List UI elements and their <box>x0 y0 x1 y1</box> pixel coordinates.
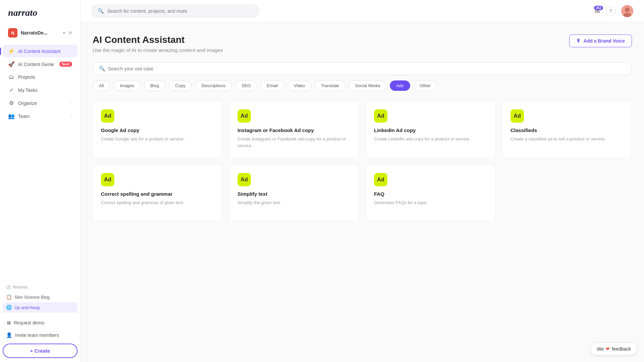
notification-badge: 262 <box>594 6 603 10</box>
filter-tag-other[interactable]: Other <box>414 80 437 91</box>
nav-item-projects[interactable]: 🗂 Projects <box>3 71 77 83</box>
search-icon: 🔍 <box>98 8 104 14</box>
card-description: Simplify the given text. <box>237 199 351 206</box>
page-header-row: AI Content Assistant Use the magic of AI… <box>93 35 632 53</box>
card-faq[interactable]: Ad FAQ Generates FAQs for a topic. <box>366 165 495 222</box>
workspace-settings-icon[interactable]: ⚙ <box>68 31 72 35</box>
recent-label: Up and Away <box>14 305 40 310</box>
page-content: AI Content Assistant Use the magic of AI… <box>80 22 644 234</box>
recent-label: Skin Science Blog <box>14 295 50 300</box>
nav-item-ai-content-genie[interactable]: 🚀 AI Content Genie New! <box>3 58 77 70</box>
page-title-area: AI Content Assistant Use the magic of AI… <box>93 35 223 53</box>
card-icon: Ad <box>237 173 251 186</box>
filter-tag-ads[interactable]: Ads <box>390 80 410 91</box>
logo-area: narrato <box>0 0 80 24</box>
card-title: FAQ <box>374 191 487 197</box>
card-instagram-facebook-ad[interactable]: Ad Instagram or Facebook Ad copy Create … <box>229 101 359 158</box>
card-description: Correct spelling and grammar of given te… <box>101 199 214 206</box>
top-header: 🔍 ✉ 262 ? <box>80 0 644 22</box>
workspace-name: NarratoDe... <box>21 30 60 36</box>
card-icon: Ad <box>374 173 387 186</box>
usecase-search-bar[interactable]: 🔍 <box>93 62 632 75</box>
recents-header: 🕐 Recents <box>3 283 77 292</box>
filter-tag-social-media[interactable]: Social Media <box>349 80 386 91</box>
global-search-input[interactable] <box>107 8 253 14</box>
card-description: Create Instagram or Facebook ads copy fo… <box>237 136 351 149</box>
filter-tag-seo[interactable]: SEO <box>235 80 257 91</box>
create-button[interactable]: + Create <box>3 344 77 358</box>
card-simplify-text[interactable]: Ad Simplify text Simplify the given text… <box>229 165 359 222</box>
card-description: Create a classified ad to sell a product… <box>511 136 624 142</box>
recents-section: 🕐 Recents 📋 Skin Science Blog 🌐 Up and A… <box>0 280 80 313</box>
filter-tag-blog[interactable]: Blog <box>144 80 165 91</box>
feedback-suffix-label: feedback <box>612 346 631 352</box>
card-title: Instagram or Facebook Ad copy <box>237 127 351 133</box>
organize-icon: ⚙ <box>8 100 15 106</box>
card-icon: Ad <box>101 109 114 123</box>
team-icon: 👥 <box>8 113 15 119</box>
card-description: Create Google ads for a product or servi… <box>101 136 214 142</box>
nav-item-my-tasks[interactable]: ✓ My Tasks <box>3 84 77 96</box>
filter-tag-descriptions[interactable]: Descriptions <box>195 80 232 91</box>
card-description: Create LinkedIn ads copy for a product o… <box>374 136 487 142</box>
filter-tag-email[interactable]: Email <box>260 80 284 91</box>
cards-grid: Ad Google Ad copy Create Google ads for … <box>93 101 632 222</box>
add-brand-voice-label: Add a Brand Voice <box>584 38 625 44</box>
globe-icon: 🌐 <box>6 305 12 310</box>
card-title: Google Ad copy <box>101 127 214 133</box>
card-title: LinkedIn Ad copy <box>374 127 487 133</box>
card-icon: Ad <box>511 109 524 123</box>
lightning-icon: ⚡ <box>8 48 15 54</box>
card-icon: Ad <box>374 109 387 123</box>
filter-tag-video[interactable]: Video <box>287 80 311 91</box>
card-linkedin-ad-copy[interactable]: Ad LinkedIn Ad copy Create LinkedIn ads … <box>366 101 495 158</box>
card-title: Correct spelling and grammar <box>101 191 214 197</box>
request-demo-link[interactable]: 🖥 Request demo <box>3 317 77 328</box>
help-button[interactable]: ? <box>606 6 616 16</box>
person-plus-icon: 👤 <box>6 332 12 338</box>
mic-icon: 🎙 <box>576 38 581 44</box>
filter-tag-copy[interactable]: Copy <box>169 80 192 91</box>
sidebar: narrato N NarratoDe... ▾ ⚙ ⚡ AI Content … <box>0 0 80 362</box>
app-logo: narrato <box>8 7 37 18</box>
main-content: 🔍 ✉ 262 ? AI Content Assistant Use the <box>80 0 644 362</box>
filter-row: AllImagesBlogCopyDescriptionsSEOEmailVid… <box>93 80 632 91</box>
monitor-icon: 🖥 <box>6 320 11 325</box>
main-nav: ⚡ AI Content Assistant 🚀 AI Content Geni… <box>0 42 80 280</box>
card-title: Simplify text <box>237 191 351 197</box>
page-title: AI Content Assistant <box>93 35 223 45</box>
filter-tag-images[interactable]: Images <box>113 80 141 91</box>
nav-item-ai-content-assistant[interactable]: ⚡ AI Content Assistant <box>3 45 77 57</box>
recents-clock-icon: 🕐 <box>6 285 11 290</box>
card-description: Generates FAQs for a topic. <box>374 199 487 206</box>
feedback-button[interactable]: We ❤ feedback <box>590 343 637 355</box>
team-arrow-icon: › <box>71 114 72 119</box>
invite-team-link[interactable]: 👤 Invite team members <box>3 329 77 341</box>
add-brand-voice-button[interactable]: 🎙 Add a Brand Voice <box>569 35 632 47</box>
recent-item-up-and-away[interactable]: 🌐 Up and Away <box>3 302 77 312</box>
filter-tag-translate[interactable]: Translate <box>315 80 345 91</box>
usecase-search-icon: 🔍 <box>99 66 105 72</box>
nav-item-organize[interactable]: ⚙ Organize › <box>3 97 77 109</box>
organize-arrow-icon: › <box>71 101 72 106</box>
recent-item-skin-science[interactable]: 📋 Skin Science Blog <box>3 292 77 302</box>
card-google-ad-copy[interactable]: Ad Google Ad copy Create Google ads for … <box>93 101 222 158</box>
sidebar-bottom: 🖥 Request demo 👤 Invite team members + C… <box>0 313 80 362</box>
card-icon: Ad <box>101 173 114 186</box>
global-search-bar[interactable]: 🔍 <box>91 5 259 17</box>
workspace-dropdown-icon: ▾ <box>63 31 65 35</box>
card-correct-spelling-grammar[interactable]: Ad Correct spelling and grammar Correct … <box>93 165 222 222</box>
invite-team-label: Invite team members <box>15 333 59 338</box>
workspace-selector[interactable]: N NarratoDe... ▾ ⚙ <box>3 25 77 40</box>
new-badge: New! <box>59 62 72 67</box>
workspace-avatar: N <box>8 28 17 38</box>
card-classifieds[interactable]: Ad Classifieds Create a classified ad to… <box>502 101 632 158</box>
filter-tag-all[interactable]: All <box>93 80 110 91</box>
nav-item-team[interactable]: 👥 Team › <box>3 110 77 122</box>
svg-point-1 <box>625 7 630 12</box>
usecase-search-input[interactable] <box>108 66 626 71</box>
user-avatar[interactable] <box>621 5 633 17</box>
notification-button[interactable]: ✉ 262 <box>595 7 600 15</box>
rocket-icon: 🚀 <box>8 61 15 67</box>
header-right-area: ✉ 262 ? <box>595 5 633 17</box>
